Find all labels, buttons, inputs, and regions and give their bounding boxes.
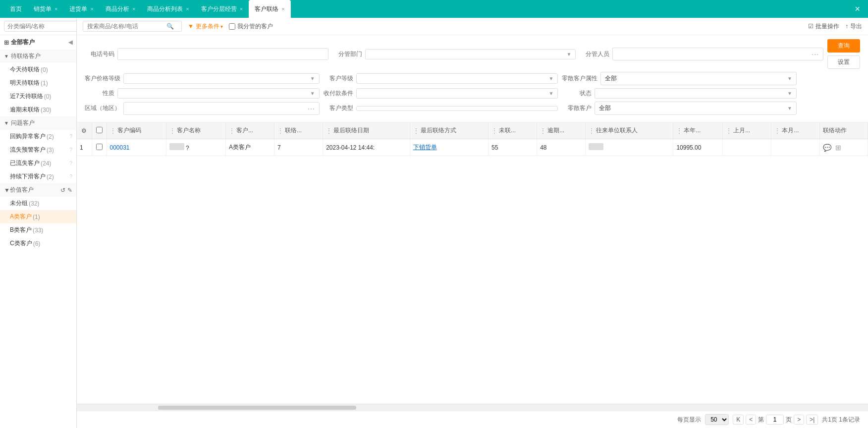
filter-row-2: 客户价格等级 ▼ 客户等级 ▼ 零散客户属性 全部: [85, 72, 860, 85]
arrow-down-icon-2: ▼: [4, 120, 9, 126]
close-product-analysis[interactable]: ×: [132, 6, 135, 12]
nav-product-analysis-list[interactable]: 商品分析列表 ×: [141, 0, 195, 18]
nav-customer-segment[interactable]: 客户分层经营 ×: [195, 0, 249, 18]
sidebar-item-overdue-pending[interactable]: 逾期未联络 (30): [0, 103, 76, 116]
my-customers-checkbox[interactable]: [229, 23, 235, 30]
refresh-icon[interactable]: ↺: [60, 187, 65, 194]
sidebar-item-tomorrow-pending[interactable]: 明天待联络 (1): [0, 76, 76, 90]
nav-product-analysis[interactable]: 商品分析 ×: [100, 0, 141, 18]
window-close-button[interactable]: ×: [851, 4, 864, 14]
help-icon-3[interactable]: ?: [69, 160, 72, 166]
filter-region-select[interactable]: ···: [123, 102, 320, 115]
help-icon-2[interactable]: ?: [69, 147, 72, 153]
row-unit-contact: [586, 139, 673, 156]
unit-contact-masked: [589, 143, 603, 150]
sidebar-item-class-b[interactable]: B类客户 (33): [0, 223, 76, 237]
sidebar-item-unclassified[interactable]: 未分组 (32): [0, 197, 76, 210]
pending-contact-section[interactable]: ▼ 待联络客户: [0, 50, 76, 63]
nav-sales-order[interactable]: 销货单 ×: [28, 0, 63, 18]
sidebar-search-input[interactable]: [4, 21, 77, 32]
filter-dept-field: 分管部门 ▼: [332, 49, 576, 59]
sort-icon-unlisted: ⋮: [491, 127, 497, 134]
batch-ops-icon: ☑: [808, 23, 814, 30]
chat-icon[interactable]: 💬: [823, 144, 831, 152]
select-all-checkbox[interactable]: [96, 127, 103, 133]
filter-row-1: 电话号码 分管部门 ▼ 分管人员 ···: [85, 39, 860, 69]
status-arrow: ▼: [787, 91, 792, 96]
row-last-contact-method[interactable]: 下销货单: [410, 139, 488, 156]
row-overdue: 48: [537, 139, 586, 156]
filter-phone-input[interactable]: [117, 48, 328, 60]
row-last-month: [723, 139, 771, 156]
page-size-select[interactable]: 50: [705, 414, 729, 425]
sort-icon-name: ⋮: [169, 127, 175, 134]
close-product-analysis-list[interactable]: ×: [186, 6, 189, 12]
help-icon-4[interactable]: ?: [69, 174, 72, 179]
filter-form: 电话号码 分管部门 ▼ 分管人员 ···: [77, 35, 868, 122]
col-unlisted: ⋮ 未联...: [488, 122, 537, 139]
close-purchase-order[interactable]: ×: [90, 6, 93, 12]
page-first-button[interactable]: K: [733, 415, 744, 425]
table-settings-col[interactable]: ⚙: [77, 122, 92, 139]
value-customers-section[interactable]: ▼ 价值客户 ↺ ✎: [0, 183, 76, 197]
sidebar-item-class-a[interactable]: A类客户 (1): [0, 210, 76, 223]
horizontal-scrollbar[interactable]: [77, 404, 868, 411]
sidebar-item-churned[interactable]: 已流失客户 (24) ?: [0, 157, 76, 170]
settings-button[interactable]: 设置: [827, 55, 860, 69]
filter-retail-select[interactable]: 全部 ▼: [595, 102, 797, 115]
payment-arrow: ▼: [548, 91, 553, 96]
edit-icon[interactable]: ✎: [67, 187, 72, 194]
query-button[interactable]: 查询: [827, 39, 860, 53]
page-last-button[interactable]: >|: [806, 415, 818, 425]
row-last-contact-date: 2023-04-12 14:44:: [323, 139, 410, 156]
page-prev-button[interactable]: <: [746, 415, 756, 425]
sidebar-all-customers[interactable]: ⊞ 全部客户 ◀: [0, 35, 76, 50]
nav-purchase-order[interactable]: 进货单 ×: [63, 0, 99, 18]
filter-customer-level-select[interactable]: ▼: [356, 73, 558, 84]
filter-customer-type-select[interactable]: [356, 106, 558, 111]
filter-search-icon[interactable]: 🔍: [166, 23, 174, 30]
filter-status-select[interactable]: ▼: [595, 88, 797, 99]
filter-nature-select[interactable]: ▼: [117, 88, 320, 99]
scroll-thumb[interactable]: [158, 406, 356, 410]
filter-payment-select[interactable]: ▼: [356, 88, 558, 99]
sort-icon-last-date: ⋮: [326, 127, 332, 134]
sidebar-item-today-pending[interactable]: 今天待联络 (0): [0, 63, 76, 76]
more-conditions-button[interactable]: ▼ 更多条件 ▾: [188, 22, 223, 31]
sort-icon-method: ⋮: [413, 127, 419, 134]
nav-customer-contact[interactable]: 客户联络 ×: [249, 0, 290, 18]
row-action-icons: 💬 ⊞: [820, 139, 868, 156]
action-buttons: 查询 设置: [827, 39, 860, 69]
close-customer-contact[interactable]: ×: [281, 6, 284, 12]
grid-action-icon[interactable]: ⊞: [835, 144, 841, 152]
sidebar-item-class-c[interactable]: C类客户 (6): [0, 237, 76, 250]
region-dots: ···: [308, 105, 315, 112]
page-next-button[interactable]: >: [794, 415, 804, 425]
batch-ops-button[interactable]: ☑ 批量操作: [808, 22, 839, 31]
row-index: 1: [77, 139, 92, 156]
filter-search-input[interactable]: [87, 23, 166, 30]
nav-home[interactable]: 首页: [4, 0, 28, 18]
sidebar-item-declining[interactable]: 持续下滑客户 (2) ?: [0, 170, 76, 183]
table-settings-icon[interactable]: ⚙: [81, 127, 87, 134]
close-customer-segment[interactable]: ×: [240, 6, 243, 12]
help-icon-1[interactable]: ?: [69, 134, 72, 139]
table-select-all-col: [92, 122, 107, 139]
retail-attr-arrow: ▼: [787, 76, 792, 81]
problem-customers-section[interactable]: ▼ 问题客户: [0, 116, 76, 130]
close-sales-order[interactable]: ×: [54, 6, 57, 12]
filter-price-level-select[interactable]: ▼: [123, 73, 320, 84]
row-customer-code[interactable]: 000031: [107, 139, 166, 156]
sidebar-item-churn-warning[interactable]: 流失预警客户 (3) ?: [0, 143, 76, 157]
filter-retail-attr-select[interactable]: 全部 ▼: [600, 72, 797, 85]
export-button[interactable]: ↑ 导出: [845, 22, 862, 31]
page-number-input[interactable]: [766, 415, 784, 425]
filter-icon: ▼: [188, 23, 194, 30]
filter-manager-select[interactable]: ···: [612, 48, 823, 60]
row-checkbox[interactable]: [96, 144, 103, 150]
filter-dept-select[interactable]: ▼: [365, 49, 576, 59]
collapse-icon[interactable]: ◀: [68, 39, 72, 46]
sidebar-item-abnormal-repurchase[interactable]: 回购异常客户 (2) ?: [0, 130, 76, 143]
sidebar-item-7days-pending[interactable]: 近7天待联络 (0): [0, 90, 76, 103]
col-last-month: ⋮ 上月...: [723, 122, 771, 139]
